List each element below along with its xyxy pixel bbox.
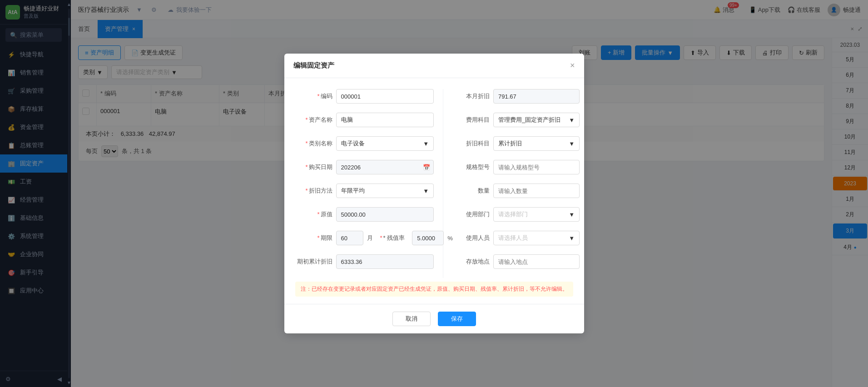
cancel-button[interactable]: 取消 [392, 312, 431, 326]
dep-method-value: 年限平均 [341, 187, 365, 195]
form-row-dept: 使用部门 请选择部门 ▼ [452, 207, 580, 222]
spec-input[interactable] [493, 160, 580, 174]
dep-account-value: 累计折旧 [498, 139, 522, 148]
purchase-date-input[interactable] [336, 160, 434, 174]
person-label: 使用人员 [452, 234, 493, 242]
residual-rate-label: * 残值率 [377, 234, 409, 242]
expense-account-value: 管理费用_固定资产折旧 [498, 116, 560, 124]
modal-right-col: 本月折旧 费用科目 管理费用_固定资产折旧 ▼ 折旧科目 累计折旧 [443, 89, 580, 278]
monthly-dep-label: 本月折旧 [452, 92, 493, 100]
form-row-category: 类别名称 电子设备 ▼ [295, 136, 434, 151]
initial-dep-input[interactable] [336, 254, 434, 269]
quantity-label: 数量 [452, 187, 493, 195]
category-label: 类别名称 [295, 139, 336, 148]
modal-footer: 取消 保存 [284, 304, 584, 333]
dep-account-select[interactable]: 累计折旧 ▼ [493, 136, 580, 151]
dep-method-dropdown-icon: ▼ [423, 188, 429, 194]
dept-placeholder: 请选择部门 [498, 210, 528, 218]
form-row-quantity: 数量 [452, 184, 580, 198]
dept-label: 使用部门 [452, 210, 493, 218]
form-row-dep-method: 折旧方法 年限平均 ▼ [295, 184, 434, 198]
dep-method-label: 折旧方法 [295, 187, 336, 195]
calendar-icon: 📅 [423, 164, 430, 171]
expense-account-label: 费用科目 [452, 116, 493, 124]
person-select[interactable]: 请选择人员 ▼ [493, 231, 580, 245]
period-label: 期限 [295, 234, 336, 242]
modal-title: 编辑固定资产 [293, 61, 334, 70]
code-label: 编码 [295, 92, 336, 100]
form-row-person: 使用人员 请选择人员 ▼ [452, 231, 580, 245]
dep-account-arrow: ▼ [569, 140, 575, 147]
form-row-initial-dep: 期初累计折旧 [295, 254, 434, 269]
category-dropdown-icon: ▼ [423, 140, 429, 147]
dept-select[interactable]: 请选择部门 ▼ [493, 207, 580, 222]
save-button[interactable]: 保存 [438, 312, 476, 326]
purchase-date-label: 购买日期 [295, 163, 336, 171]
edit-asset-modal: 编辑固定资产 × 编码 资产名称 类别名称 [284, 54, 584, 333]
category-select-value: 电子设备 [341, 139, 365, 148]
modal-overlay: 编辑固定资产 × 编码 资产名称 类别名称 [0, 0, 868, 387]
modal-close-button[interactable]: × [570, 61, 575, 70]
form-row-expense-account: 费用科目 管理费用_固定资产折旧 ▼ [452, 113, 580, 127]
form-row-monthly-dep: 本月折旧 [452, 89, 580, 104]
form-row-location: 存放地点 [452, 254, 580, 269]
original-value-label: 原值 [295, 210, 336, 218]
person-arrow: ▼ [569, 235, 575, 242]
code-input[interactable] [336, 89, 434, 104]
period-unit: 月 [367, 234, 373, 242]
expense-account-select[interactable]: 管理费用_固定资产折旧 ▼ [493, 113, 580, 127]
form-row-original-value: 原值 [295, 207, 434, 222]
modal-header: 编辑固定资产 × [284, 54, 584, 78]
location-label: 存放地点 [452, 258, 493, 266]
person-placeholder: 请选择人员 [498, 234, 528, 242]
spec-label: 规格型号 [452, 163, 493, 171]
expense-account-arrow: ▼ [569, 117, 575, 124]
asset-name-input[interactable] [336, 113, 434, 127]
location-input[interactable] [493, 254, 580, 269]
initial-dep-label: 期初累计折旧 [295, 258, 336, 266]
form-row-spec: 规格型号 [452, 160, 580, 174]
monthly-dep-input [493, 89, 580, 104]
period-group: 月 * 残值率 % [336, 231, 434, 245]
asset-name-label: 资产名称 [295, 116, 336, 124]
category-select[interactable]: 电子设备 ▼ [336, 136, 434, 151]
form-row-asset-name: 资产名称 [295, 113, 434, 127]
modal-body: 编码 资产名称 类别名称 电子设备 ▼ [284, 78, 584, 304]
form-row-dep-account: 折旧科目 累计折旧 ▼ [452, 136, 580, 151]
quantity-input[interactable] [493, 184, 580, 198]
modal-grid: 编码 资产名称 类别名称 电子设备 ▼ [295, 89, 573, 278]
original-value-input[interactable] [336, 207, 434, 222]
residual-rate-input[interactable] [412, 231, 444, 245]
form-row-purchase-date: 购买日期 📅 [295, 160, 434, 174]
dep-account-label: 折旧科目 [452, 139, 493, 148]
modal-left-col: 编码 资产名称 类别名称 电子设备 ▼ [295, 89, 444, 278]
dept-arrow: ▼ [569, 211, 575, 218]
modal-note: 注：已经存在变更记录或者对应固定资产已经生成凭证，原值、购买日期、残值率、累计折… [301, 286, 568, 292]
period-input[interactable] [336, 231, 363, 245]
form-row-code: 编码 [295, 89, 434, 104]
form-row-period: 期限 月 * 残值率 % [295, 231, 434, 245]
modal-note-section: 注：已经存在变更记录或者对应固定资产已经生成凭证，原值、购买日期、残值率、累计折… [295, 282, 573, 297]
dep-method-select[interactable]: 年限平均 ▼ [336, 184, 434, 198]
